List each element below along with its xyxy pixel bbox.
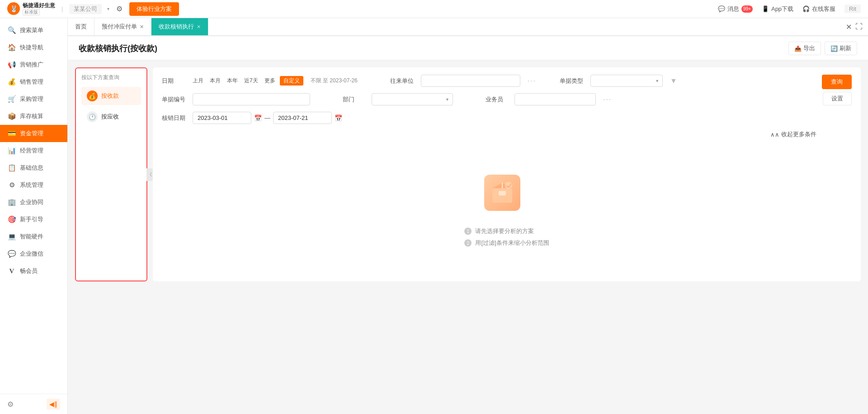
step-2-num: 2 xyxy=(464,239,472,247)
logo-text: 畅捷通好生意 xyxy=(23,2,55,9)
marketing-icon: 📢 xyxy=(7,61,16,69)
query-option-by-receipt[interactable]: 💰 按收款 xyxy=(81,87,141,105)
salesperson-dots-icon[interactable]: ··· xyxy=(603,95,612,104)
app-download-action[interactable]: 📱 App下载 xyxy=(762,5,793,13)
writeoff-start-input[interactable] xyxy=(193,112,251,124)
tab-bar-right: ✕ ⛶ xyxy=(840,18,868,35)
company-dropdown-arrow[interactable]: ▾ xyxy=(107,6,109,11)
user-name[interactable]: Rit xyxy=(844,5,861,13)
counterpart-dots-icon[interactable]: ··· xyxy=(528,77,536,85)
svg-point-4 xyxy=(505,182,512,189)
page-header: 收款核销执行(按收款) 📤 导出 🔄 刷新 xyxy=(68,36,868,60)
query-btn-row: 查询 设置 xyxy=(822,75,852,105)
sidebar-item-sales[interactable]: 💰 销售管理 xyxy=(0,73,67,90)
page-header-actions: 📤 导出 🔄 刷新 xyxy=(788,42,857,55)
basic-info-icon: 📋 xyxy=(7,164,16,172)
online-service-label: 在线客服 xyxy=(812,5,835,13)
top-bar: 🐰 畅捷通好生意 标准版 | 某某公司 ▾ ⚙ 体验行业方案 💬 消息 99+ … xyxy=(0,0,868,18)
collapse-panel-arrow[interactable]: 《 xyxy=(146,168,153,181)
date-opt-last-month[interactable]: 上月 xyxy=(191,76,205,86)
tab-home[interactable]: 首页 xyxy=(68,18,94,35)
sidebar-label-basic-info: 基础信息 xyxy=(20,164,43,172)
tab-receipt-offset[interactable]: 收款核销执行 ✕ xyxy=(151,18,208,35)
tab-prepaid-label: 预付冲应付单 xyxy=(102,23,137,31)
sidebar-item-wechat[interactable]: 💬 企业微信 xyxy=(0,245,67,262)
date-opt-more[interactable]: 更多 xyxy=(263,76,277,86)
department-select[interactable] xyxy=(372,93,453,105)
tab-prepaid-close-icon[interactable]: ✕ xyxy=(140,24,144,30)
filter-settings-button[interactable]: 设置 xyxy=(823,92,852,105)
sidebar-item-search-menu[interactable]: 🔍 搜索菜单 xyxy=(0,22,67,39)
by-receivable-label: 按应收 xyxy=(101,113,119,121)
sidebar-item-basic-info[interactable]: 📋 基础信息 xyxy=(0,159,67,176)
collapse-sidebar-icon[interactable]: ◀‖ xyxy=(47,399,60,409)
sidebar-item-enterprise[interactable]: 🏢 企业协同 xyxy=(0,194,67,211)
query-button[interactable]: 查询 xyxy=(822,75,852,89)
doc-type-label: 单据类型 xyxy=(560,77,583,85)
filter-row-3: 核销日期 📅 — 📅 xyxy=(162,112,816,124)
doc-type-select[interactable] xyxy=(590,75,663,87)
logo-icon: 🐰 xyxy=(7,2,20,15)
close-tab-icon[interactable]: ✕ xyxy=(846,23,852,31)
collapse-conditions-button[interactable]: ∧∧ 收起更多条件 xyxy=(770,130,816,138)
date-options: 上月 本月 本年 近7天 更多 自定义 xyxy=(191,76,303,86)
date-opt-custom[interactable]: 自定义 xyxy=(280,76,303,86)
counterpart-label: 往来单位 xyxy=(390,77,414,85)
export-label: 导出 xyxy=(803,44,815,52)
sidebar-item-capital[interactable]: 💳 资金管理 xyxy=(0,125,67,142)
empty-step-1: 1 请先选择要分析的方案 xyxy=(464,227,549,235)
online-service-action[interactable]: 🎧 在线客服 xyxy=(802,5,835,13)
salesperson-label: 业务员 xyxy=(486,95,507,104)
date-label: 日期 xyxy=(162,77,184,85)
writeoff-start-calendar-icon[interactable]: 📅 xyxy=(254,114,262,122)
counterpart-input[interactable] xyxy=(421,75,520,87)
tab-prepaid[interactable]: 预付冲应付单 ✕ xyxy=(94,18,151,35)
sidebar-item-system[interactable]: ⚙ 系统管理 xyxy=(0,176,67,194)
empty-state: 1 请先选择要分析的方案 2 用[过滤]条件来缩小分析范围 xyxy=(162,138,852,274)
solution-button[interactable]: 体验行业方案 xyxy=(129,2,179,16)
app-download-label: App下载 xyxy=(771,5,793,13)
empty-state-icon xyxy=(484,175,529,220)
date-opt-7days[interactable]: 近7天 xyxy=(242,76,260,86)
settings-gear-icon[interactable]: ⚙ xyxy=(113,3,126,15)
refresh-label: 刷新 xyxy=(840,44,851,52)
date-opt-this-year[interactable]: 本年 xyxy=(225,76,240,86)
query-panel: 按以下方案查询 💰 按收款 🕐 按应收 《 xyxy=(75,67,147,281)
message-action[interactable]: 💬 消息 99+ xyxy=(718,5,753,13)
sidebar-item-marketing[interactable]: 📢 营销推广 xyxy=(0,56,67,73)
filter-header: 日期 上月 本月 本年 近7天 更多 自定义 不限 至 2023-07-26 往… xyxy=(162,75,852,138)
sidebar-item-operation[interactable]: 📊 经营管理 xyxy=(0,142,67,159)
writeoff-end-input[interactable] xyxy=(273,112,332,124)
wechat-icon: 💬 xyxy=(7,250,16,258)
svg-rect-3 xyxy=(499,191,506,195)
sidebar-item-hardware[interactable]: 💻 智能硬件 xyxy=(0,228,67,245)
empty-step-2: 2 用[过滤]条件来缩小分析范围 xyxy=(464,239,549,247)
tab-home-label: 首页 xyxy=(75,23,87,31)
sidebar-item-inventory[interactable]: 📦 库存核算 xyxy=(0,108,67,125)
system-icon: ⚙ xyxy=(7,181,16,189)
company-name[interactable]: 某某公司 xyxy=(69,4,102,14)
tab-receipt-close-icon[interactable]: ✕ xyxy=(197,24,201,30)
date-opt-this-month[interactable]: 本月 xyxy=(208,76,222,86)
sidebar-item-member[interactable]: V 畅会员 xyxy=(0,262,67,280)
doc-number-input[interactable] xyxy=(193,93,310,105)
sidebar-item-purchase[interactable]: 🛒 采购管理 xyxy=(0,90,67,108)
top-bar-right: 💬 消息 99+ 📱 App下载 🎧 在线客服 Rit xyxy=(718,5,861,13)
filter-fields-area: 日期 上月 本月 本年 近7天 更多 自定义 不限 至 2023-07-26 往… xyxy=(162,75,816,138)
sidebar-label-marketing: 营销推广 xyxy=(20,61,43,69)
filter-row-2: 单据编号 部门 业务员 ··· xyxy=(162,93,816,105)
expand-icon[interactable]: ⛶ xyxy=(855,23,863,31)
writeoff-end-calendar-icon[interactable]: 📅 xyxy=(335,114,342,122)
bottom-settings-icon[interactable]: ⚙ xyxy=(7,400,14,409)
department-label: 部门 xyxy=(343,95,364,104)
salesperson-input[interactable] xyxy=(514,93,596,105)
sidebar-item-quick-nav[interactable]: 🏠 快捷导航 xyxy=(0,39,67,56)
writeoff-date-label: 核销日期 xyxy=(162,114,185,122)
export-button[interactable]: 📤 导出 xyxy=(788,42,821,55)
top-bar-left: 🐰 畅捷通好生意 标准版 | 某某公司 ▾ ⚙ 体验行业方案 xyxy=(7,2,179,16)
sidebar-item-guide[interactable]: 🎯 新手引导 xyxy=(0,211,67,228)
query-option-by-receivable[interactable]: 🕐 按应收 xyxy=(81,108,141,126)
doc-type-dropdown-icon[interactable]: ▼ xyxy=(670,77,678,85)
member-icon: V xyxy=(7,267,16,275)
refresh-button[interactable]: 🔄 刷新 xyxy=(825,42,857,55)
